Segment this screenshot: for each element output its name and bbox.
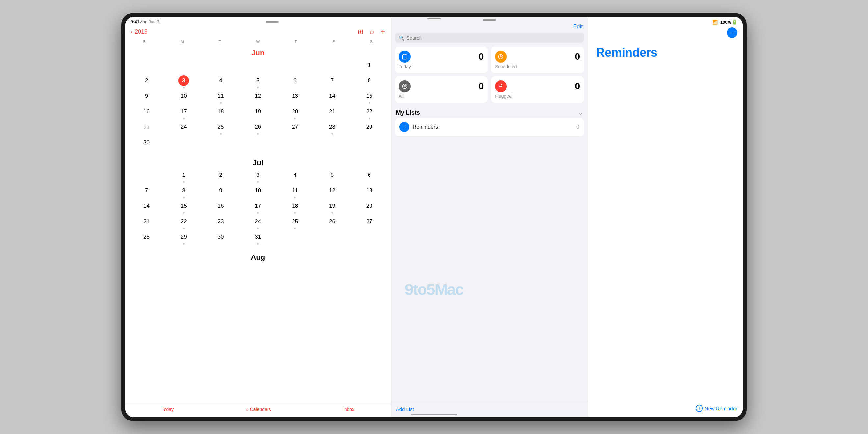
calendar-tab-calendars[interactable]: ○ Calendars	[246, 407, 271, 412]
home-indicator[interactable]	[411, 413, 457, 415]
list-item-reminders[interactable]: Reminders 0	[395, 118, 584, 136]
cal-cell-jul-8[interactable]: 8	[165, 185, 203, 199]
cal-cell-jun-29[interactable]: 29	[351, 121, 388, 135]
new-reminder-button[interactable]: + New Reminder	[695, 405, 737, 412]
cal-cell-jun-8[interactable]: 8	[351, 75, 388, 89]
detail-notch	[427, 18, 441, 20]
calendar-body[interactable]: Jun 1 2 3 4	[125, 46, 391, 403]
my-lists-chevron-icon[interactable]: ⌄	[579, 110, 583, 116]
cal-cell[interactable]	[165, 59, 203, 74]
cal-cell-jul-2[interactable]: 2	[203, 169, 240, 183]
cal-cell-jul-18[interactable]: 18	[276, 200, 314, 214]
cal-cell-jun-4[interactable]: 4	[203, 75, 240, 89]
cal-cell-jun-7[interactable]: 7	[314, 75, 351, 89]
calendar-year-nav[interactable]: ‹ 2019	[131, 28, 148, 35]
scheduled-card[interactable]: 0 Scheduled	[491, 47, 584, 73]
cal-cell-jul-29[interactable]: 29	[165, 231, 203, 245]
cal-cell-jun-6[interactable]: 6	[276, 75, 314, 89]
cal-cell-jul-7[interactable]: 7	[128, 185, 165, 199]
search-input[interactable]	[406, 35, 580, 40]
flagged-card[interactable]: 0 Flagged	[491, 77, 584, 103]
cal-cell-jul-31[interactable]: 31	[239, 231, 276, 245]
cal-cell-jun-15[interactable]: 15	[351, 90, 388, 105]
cal-cell-jun-2[interactable]: 2	[128, 75, 165, 89]
cal-cell-jun-28[interactable]: 28	[314, 121, 351, 135]
cal-cell-jul-23[interactable]: 23	[203, 216, 240, 230]
cal-cell-jul-12[interactable]: 12	[314, 185, 351, 199]
cal-cell-jun-23[interactable]: 23	[128, 121, 165, 135]
cal-cell-jun-11[interactable]: 11	[203, 90, 240, 105]
search-icon[interactable]: ⌕	[370, 27, 374, 36]
cal-cell-jul-14[interactable]: 14	[128, 200, 165, 214]
cal-cell-jun-1[interactable]: 1	[351, 59, 388, 74]
cal-cell-jun-21[interactable]: 21	[314, 106, 351, 120]
reminders-detail-title: Reminders	[596, 46, 735, 60]
cal-cell-jul-3[interactable]: 3	[239, 169, 276, 183]
cal-cell-jun-3[interactable]: 3	[165, 75, 203, 89]
add-event-icon[interactable]: +	[381, 27, 385, 36]
cal-cell-jun-10[interactable]: 10	[165, 90, 203, 105]
today-card[interactable]: 0 Today	[395, 47, 488, 73]
cal-cell-jun-5[interactable]: 5	[239, 75, 276, 89]
cal-cell-jul-21[interactable]: 21	[128, 216, 165, 230]
add-list-button[interactable]: Add List	[396, 406, 414, 412]
cal-cell-jul-20[interactable]: 20	[351, 200, 388, 214]
cal-cell-jul-25[interactable]: 25	[276, 216, 314, 230]
cal-cell-jul-19[interactable]: 19	[314, 200, 351, 214]
cal-cell-jun-30[interactable]: 30	[128, 137, 165, 151]
calendar-tabbar: Today ○ Calendars Inbox	[125, 403, 391, 417]
back-chevron-icon[interactable]: ‹	[131, 28, 133, 35]
cal-cell-jun-19[interactable]: 19	[239, 106, 276, 120]
cal-cell[interactable]	[239, 59, 276, 74]
cal-cell[interactable]	[314, 59, 351, 74]
cal-cell-jul-27[interactable]: 27	[351, 216, 388, 230]
cal-cell-jul-16[interactable]: 16	[203, 200, 240, 214]
cal-cell-jun-14[interactable]: 14	[314, 90, 351, 105]
cal-cell-jun-12[interactable]: 12	[239, 90, 276, 105]
calendar-tab-today[interactable]: Today	[161, 407, 174, 412]
cal-cell-jun-22[interactable]: 22	[351, 106, 388, 120]
cal-cell-jun-18[interactable]: 18	[203, 106, 240, 120]
grid-view-icon[interactable]: ⊞	[358, 28, 363, 35]
calendar-tab-inbox[interactable]: Inbox	[343, 407, 354, 412]
cal-cell-jul-22[interactable]: 22	[165, 216, 203, 230]
cal-cell-jul-30[interactable]: 30	[203, 231, 240, 245]
cal-cell-jul-26[interactable]: 26	[314, 216, 351, 230]
all-card[interactable]: 0 All	[395, 77, 488, 103]
cal-cell-jul-24[interactable]: 24	[239, 216, 276, 230]
cal-cell-jun-17[interactable]: 17	[165, 106, 203, 120]
search-bar[interactable]: 🔍	[395, 33, 584, 43]
cal-cell-jul-5[interactable]: 5	[314, 169, 351, 183]
cal-cell-jun-27[interactable]: 27	[276, 121, 314, 135]
cal-cell-jul-6[interactable]: 6	[351, 169, 388, 183]
day-header-s1: S	[125, 39, 163, 45]
cal-cell-jul-9[interactable]: 9	[203, 185, 240, 199]
cal-cell-jul-11[interactable]: 11	[276, 185, 314, 199]
cal-cell-jun-9[interactable]: 9	[128, 90, 165, 105]
all-label: All	[399, 93, 484, 99]
cal-cell	[203, 137, 240, 151]
reminders-list-toolbar: Edit	[391, 22, 588, 33]
cal-cell[interactable]	[203, 59, 240, 74]
cal-cell-jul-4[interactable]: 4	[276, 169, 314, 183]
cal-cell-jul-15[interactable]: 15	[165, 200, 203, 214]
month-title-aug: Aug	[128, 251, 388, 264]
cal-cell-jun-13[interactable]: 13	[276, 90, 314, 105]
calendar-toolbar: ‹ 2019 ⊞ ⌕ +	[125, 26, 391, 39]
cal-cell-jun-26[interactable]: 26	[239, 121, 276, 135]
cal-cell-jul-17[interactable]: 17	[239, 200, 276, 214]
cal-cell-jul-10[interactable]: 10	[239, 185, 276, 199]
status-day: Mon Jun 3	[139, 20, 159, 24]
cal-cell[interactable]	[128, 59, 165, 74]
cal-cell-jul-13[interactable]: 13	[351, 185, 388, 199]
more-options-button[interactable]: ···	[727, 27, 737, 38]
cal-cell-jun-16[interactable]: 16	[128, 106, 165, 120]
scheduled-label: Scheduled	[495, 64, 580, 69]
cal-cell-jun-24[interactable]: 24	[165, 121, 203, 135]
cal-cell-jul-28[interactable]: 28	[128, 231, 165, 245]
cal-cell-jul-1[interactable]: 1	[165, 169, 203, 183]
cal-cell-jun-20[interactable]: 20	[276, 106, 314, 120]
cal-cell[interactable]	[276, 59, 314, 74]
edit-button[interactable]: Edit	[573, 23, 583, 30]
cal-cell-jun-25[interactable]: 25	[203, 121, 240, 135]
